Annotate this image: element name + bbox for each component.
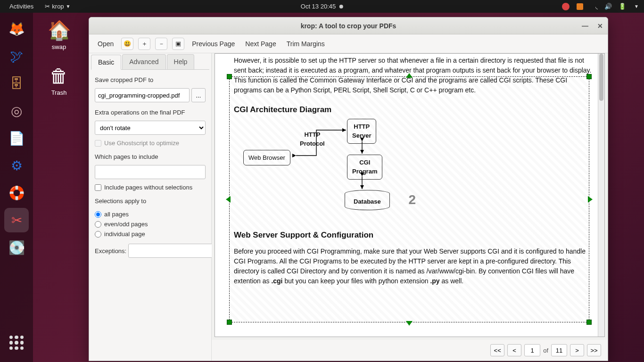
page-content: However, it is possible to set up the HT…: [234, 54, 595, 288]
scissors-icon: ✂: [45, 3, 50, 10]
krop-window: krop: A tool to crop your PDFs — ✕ Open …: [89, 17, 608, 361]
tab-basic[interactable]: Basic: [91, 55, 121, 70]
app-menu-label: krop: [52, 3, 64, 10]
fit-page-button[interactable]: ▣: [172, 38, 184, 50]
handle-se[interactable]: [586, 320, 592, 325]
heading: Web Server Support & Configuration: [234, 229, 595, 241]
updates-icon[interactable]: [562, 3, 570, 10]
radio-individual[interactable]: [95, 231, 101, 238]
minimize-button[interactable]: —: [580, 22, 590, 30]
next-page-button[interactable]: >: [570, 344, 584, 356]
firefox-icon[interactable]: 🦊: [4, 16, 29, 41]
pages-include-input[interactable]: [95, 165, 206, 179]
radio-eo-label: even/odd pages: [104, 221, 148, 228]
tab-advanced[interactable]: Advanced: [122, 54, 165, 69]
desktop-label: Trash: [42, 89, 75, 96]
wifi-icon[interactable]: ⠀◟: [590, 3, 598, 10]
desktop-label: swap: [42, 43, 75, 50]
help-icon[interactable]: 🛟: [4, 181, 29, 205]
page-number-input[interactable]: [524, 344, 540, 356]
show-apps-button[interactable]: [7, 333, 26, 353]
rotate-select[interactable]: don't rotate: [95, 121, 206, 135]
paragraph: Before you proceed with CGI Programming,…: [234, 247, 595, 286]
handle-sw[interactable]: [227, 320, 232, 325]
exceptions-input[interactable]: [128, 244, 214, 258]
ghostscript-checkbox: [95, 140, 101, 147]
clock[interactable]: Oct 13 20:45: [301, 3, 343, 10]
radio-all-label: all pages: [104, 211, 129, 218]
side-panel: Basic Advanced Help Save cropped PDF to …: [89, 53, 212, 361]
notification-dot-icon: [339, 5, 343, 8]
page-watermark: 2: [408, 192, 416, 207]
app-menu[interactable]: ✂ krop ▼: [39, 3, 76, 10]
titlebar[interactable]: krop: A tool to crop your PDFs — ✕: [89, 17, 608, 34]
page-navigation: << < of > >>: [212, 340, 608, 361]
tab-strip: Basic Advanced Help: [91, 54, 209, 70]
of-label: of: [543, 347, 548, 354]
dock: 🦊 🕊 🗄 ◎ 📄 ⚙ 🛟 ✂ 💽: [0, 13, 33, 362]
volume-icon[interactable]: 🔊: [604, 3, 612, 10]
ghostscript-label: Use Ghostscript to optimize: [104, 140, 179, 147]
save-label: Save cropped PDF to: [95, 76, 206, 83]
disk-icon[interactable]: 💽: [4, 235, 29, 260]
window-title: krop: A tool to crop your PDFs: [301, 22, 396, 30]
include-wo-label: Include pages without selections: [104, 184, 192, 191]
tab-help[interactable]: Help: [167, 54, 195, 69]
radio-even-odd[interactable]: [95, 221, 101, 228]
chevron-down-icon[interactable]: ▼: [633, 3, 640, 10]
radio-ind-label: individual page: [104, 230, 145, 238]
browse-button[interactable]: ...: [191, 88, 206, 102]
handle-nw[interactable]: [227, 74, 232, 79]
trim-margins-button[interactable]: Trim Margins: [284, 38, 328, 49]
next-page-button[interactable]: Next Page: [242, 38, 279, 49]
handle-w[interactable]: [226, 196, 231, 203]
files-icon[interactable]: 🗄: [4, 71, 29, 96]
settings-icon[interactable]: ⚙: [4, 153, 29, 178]
extra-ops-label: Extra operations on the final PDF: [95, 109, 206, 116]
desktop-icons: 🏠swap 🗑Trash: [42, 19, 75, 96]
krop-icon[interactable]: ✂: [4, 208, 29, 232]
open-button[interactable]: Open: [95, 38, 116, 49]
cgi-diagram: HTTP Protocol Web Browser HTTP Server CG…: [239, 122, 418, 221]
previous-page-button[interactable]: Previous Page: [189, 38, 238, 49]
thunderbird-icon[interactable]: 🕊: [4, 44, 29, 68]
first-page-button[interactable]: <<: [490, 344, 504, 356]
desktop-swap[interactable]: 🏠swap: [42, 19, 75, 50]
include-wo-checkbox[interactable]: [95, 184, 101, 191]
close-button[interactable]: ✕: [595, 22, 605, 30]
datetime-label: Oct 13 20:45: [301, 3, 336, 10]
exceptions-label: Exceptions:: [95, 247, 126, 255]
total-pages-display: [551, 344, 567, 356]
zoom-in-button[interactable]: ＋: [138, 38, 150, 50]
desktop-trash[interactable]: 🗑Trash: [42, 65, 75, 96]
pdf-page[interactable]: However, it is possible to set up the HT…: [215, 53, 605, 337]
heading: CGI Architecture Diagram: [234, 104, 595, 116]
vertical-scrollbar[interactable]: [598, 54, 604, 337]
handle-s[interactable]: [406, 321, 413, 326]
paragraph: However, it is possible to set up the HT…: [234, 56, 595, 95]
pdf-viewer: However, it is possible to set up the HT…: [212, 53, 608, 361]
selections-apply-label: Selections apply to: [95, 197, 206, 205]
diagram-arrows-icon: [239, 122, 418, 221]
last-page-button[interactable]: >>: [587, 344, 601, 356]
chevron-down-icon: ▼: [66, 4, 71, 9]
rhythmbox-icon[interactable]: ◎: [4, 99, 29, 123]
scroll-thumb[interactable]: [599, 54, 603, 101]
emoji-icon[interactable]: 😃: [121, 38, 133, 50]
zoom-out-button[interactable]: －: [155, 38, 167, 50]
prev-page-button[interactable]: <: [507, 344, 521, 356]
radio-all-pages[interactable]: [95, 211, 101, 218]
toolbar: Open 😃 ＋ － ▣ Previous Page Next Page Tri…: [89, 34, 608, 53]
writer-icon[interactable]: 📄: [4, 126, 29, 150]
pages-include-label: Which pages to include: [95, 153, 206, 160]
security-icon[interactable]: [576, 3, 584, 10]
activities-button[interactable]: Activities: [4, 3, 39, 10]
system-topbar: Activities ✂ krop ▼ Oct 13 20:45 ⠀◟ 🔊 🔋 …: [0, 0, 644, 13]
battery-icon[interactable]: 🔋: [619, 3, 626, 10]
save-path-input[interactable]: [95, 88, 190, 102]
